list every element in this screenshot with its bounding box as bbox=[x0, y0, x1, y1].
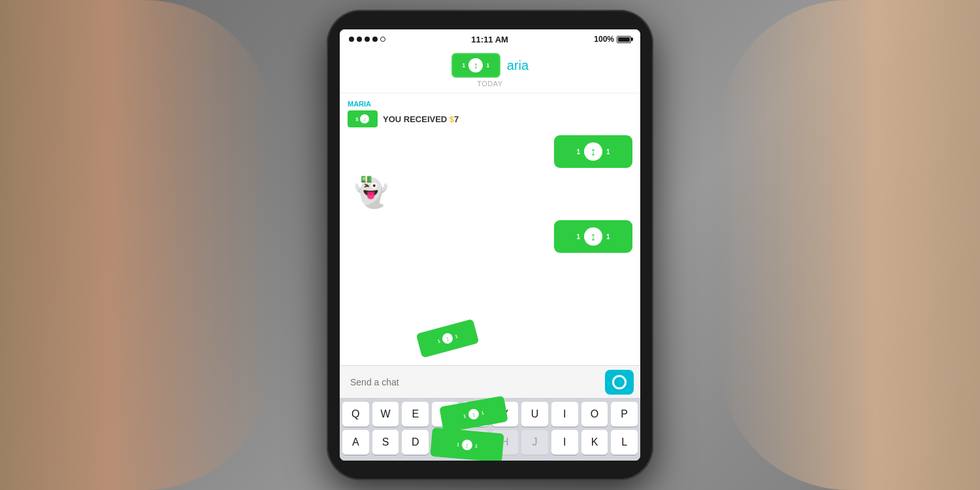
key-d[interactable]: D bbox=[402, 430, 429, 455]
signal-dot-2 bbox=[357, 37, 362, 42]
hand-right bbox=[719, 0, 980, 490]
key-w[interactable]: W bbox=[372, 402, 399, 427]
battery-percent: 100% bbox=[594, 35, 614, 44]
status-right: 100% bbox=[594, 35, 631, 44]
received-text: YOU RECEIVED $7 bbox=[383, 114, 459, 124]
keyboard[interactable]: 1 ↕ 1 1 ↕ 1 Q W E R bbox=[340, 398, 640, 461]
right-bill-1: 1 ↕ 1 bbox=[348, 135, 632, 168]
r-bill-center: ↕ bbox=[360, 114, 369, 123]
money-emoji: 💵 bbox=[361, 174, 372, 184]
dollar-sign: $ bbox=[449, 114, 454, 124]
chat-area: MARIA $ ↕ YOU RECEIVED $7 1 ↕ bbox=[340, 93, 640, 365]
key-a[interactable]: A bbox=[342, 430, 369, 455]
signal-dots bbox=[349, 37, 385, 42]
key-k[interactable]: K bbox=[581, 430, 608, 455]
received-message: $ ↕ YOU RECEIVED $7 bbox=[348, 110, 632, 127]
ghost-sticker: 👻 💵 bbox=[354, 177, 393, 216]
bill-num-right: 1 bbox=[486, 62, 489, 69]
key-p[interactable]: P bbox=[611, 402, 638, 427]
send-button[interactable] bbox=[605, 370, 634, 395]
chat-header[interactable]: 1 ↕ 1 aria TODAY bbox=[340, 49, 640, 93]
rb1-center: ↕ bbox=[584, 142, 602, 161]
key-u[interactable]: U bbox=[521, 402, 548, 427]
bill-num-left: 1 bbox=[462, 62, 465, 69]
key-j[interactable]: J bbox=[521, 430, 548, 455]
rb1-right: 1 bbox=[606, 148, 610, 155]
signal-dot-3 bbox=[365, 37, 370, 42]
key-o[interactable]: O bbox=[581, 402, 608, 427]
key-e[interactable]: E bbox=[402, 402, 429, 427]
status-bar: 11:11 AM 100% bbox=[340, 29, 640, 49]
battery-fill bbox=[618, 37, 630, 42]
input-bar[interactable] bbox=[340, 365, 640, 398]
key-l[interactable]: L bbox=[611, 430, 638, 455]
header-top: 1 ↕ 1 aria bbox=[451, 53, 529, 78]
money-bill-right-2: 1 ↕ 1 bbox=[554, 220, 632, 253]
rb2-center: ↕ bbox=[584, 227, 602, 246]
phone-screen: 11:11 AM 100% 1 ↕ 1 aria bbox=[340, 29, 640, 461]
rb2-left: 1 bbox=[576, 233, 580, 240]
money-bill-right-1: 1 ↕ 1 bbox=[554, 135, 632, 168]
send-icon bbox=[612, 375, 627, 389]
bill-center-icon: ↕ bbox=[468, 58, 483, 73]
key-s[interactable]: S bbox=[372, 430, 399, 455]
signal-dot-4 bbox=[372, 37, 378, 42]
rb1-left: 1 bbox=[576, 148, 580, 155]
scene: 11:11 AM 100% 1 ↕ 1 aria bbox=[0, 0, 980, 490]
chat-input[interactable] bbox=[346, 371, 600, 393]
right-bill-2: 1 ↕ 1 bbox=[348, 220, 632, 253]
rb2-right: 1 bbox=[606, 233, 610, 240]
r-bill-left: $ bbox=[356, 117, 359, 122]
key-q[interactable]: Q bbox=[342, 402, 369, 427]
contact-name[interactable]: aria bbox=[507, 58, 529, 73]
signal-dot-5 bbox=[380, 37, 385, 42]
received-bill: $ ↕ bbox=[348, 110, 378, 127]
signal-dot-1 bbox=[349, 37, 354, 42]
hand-left bbox=[0, 0, 274, 490]
chat-date: TODAY bbox=[477, 80, 502, 88]
sender-label: MARIA bbox=[348, 100, 632, 108]
phone-frame: 11:11 AM 100% 1 ↕ 1 aria bbox=[327, 10, 653, 480]
key-i2[interactable]: I bbox=[551, 430, 578, 455]
header-money-bill: 1 ↕ 1 bbox=[451, 53, 500, 78]
key-i[interactable]: I bbox=[551, 402, 578, 427]
battery-icon bbox=[617, 36, 631, 43]
status-time: 11:11 AM bbox=[471, 35, 508, 44]
